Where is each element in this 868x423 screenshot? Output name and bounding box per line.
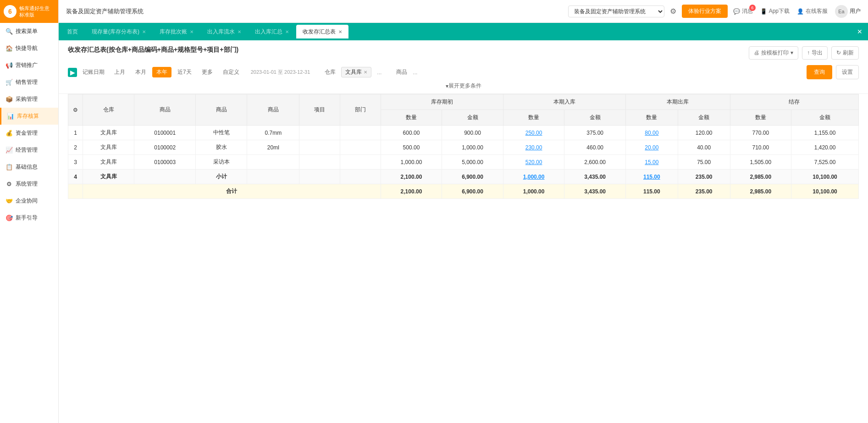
guide-icon: 🎯 [6,214,13,222]
system-select[interactable]: 装备及固定资产辅助管理系统 [568,5,664,17]
row-out-qty[interactable]: 20.00 [625,140,678,155]
row-in-qty[interactable]: 250.00 [503,126,564,140]
row-no: 2 [68,140,83,155]
tab-close-batch-ledger[interactable]: ✕ [190,29,194,34]
system-icon: ⚙ [6,181,13,188]
col-open-qty-header: 数量 [381,110,442,126]
expand-conditions-row[interactable]: ▾ 展开更多条件 [68,82,859,90]
date-btn-last-month[interactable]: 上月 [110,67,129,77]
tab-close-in-out-summary[interactable]: ✕ [285,29,289,34]
sidebar-item-search[interactable]: 🔍 搜索菜单 [0,23,58,40]
row-name: 小计 [195,170,247,184]
service-icon: 👤 [797,8,804,15]
row-open-qty: 600.00 [381,126,442,140]
filter-row-1: ▶ 记账日期 上月 本月 本年 近7天 更多 自定义 2023-01-01 至 … [68,65,859,79]
row-in-qty[interactable]: 230.00 [503,140,564,155]
tab-home[interactable]: 首页 [61,25,84,38]
sidebar-item-business[interactable]: 📈 经营管理 [0,142,58,159]
sidebar: 6 畅库通好生意 标准版 🔍 搜索菜单 🏠 快捷导航 📢 营销推广 🛒 销售管理… [0,0,59,423]
export-icon: ↑ [807,49,810,56]
sidebar-item-inventory[interactable]: 📊 库存核算 [0,108,58,125]
footer-out-amt: 235.00 [678,184,730,199]
tab-close-inventory-dist[interactable]: ✕ [142,29,146,34]
row-out-qty[interactable]: 115.00 [625,170,678,184]
print-button[interactable]: 🖨 按模板打印 ▾ [749,46,798,60]
tab-receive-send-summary[interactable]: 收发存汇总表 ✕ [296,25,348,38]
sidebar-item-marketing[interactable]: 📢 营销推广 [0,57,58,74]
query-button[interactable]: 查询 [807,65,832,79]
refresh-button[interactable]: ↻ 刷新 [831,46,859,60]
tab-in-out-summary[interactable]: 出入库汇总 ✕ [249,25,295,38]
user-menu[interactable]: Ea 用户 [835,5,861,18]
col-settings-header[interactable]: ⚙ [68,94,83,126]
row-out-amt: 235.00 [678,170,730,184]
messages-badge: 6 [749,5,756,11]
sidebar-item-system[interactable]: ⚙ 系统管理 [0,176,58,192]
logo-text: 畅库通好生意 标准版 [19,5,50,18]
sidebar-item-finance[interactable]: 💰 资金管理 [0,125,58,142]
footer-open-amt: 6,900.00 [442,184,503,199]
online-service-btn[interactable]: 👤 在线客服 [797,7,828,15]
row-in-amt: 3,435.00 [564,170,626,184]
sidebar-item-guide[interactable]: 🎯 新手引导 [0,209,58,226]
row-in-qty[interactable]: 520.00 [503,155,564,170]
settings-icon[interactable]: ⚙ [670,7,676,16]
row-name: 胶水 [195,140,247,155]
col-out-qty-header: 数量 [625,110,678,126]
finance-icon: 💰 [6,130,13,137]
tab-inventory-dist[interactable]: 现存量(库存分布表) ✕ [85,25,152,38]
trial-button[interactable]: 体验行业方案 [682,5,728,18]
sidebar-item-purchase[interactable]: 📦 采购管理 [0,91,58,108]
business-icon: 📈 [6,147,13,154]
setting-button[interactable]: 设置 [836,65,859,79]
sidebar-item-quick-nav[interactable]: 🏠 快捷导航 [0,40,58,57]
row-name: 中性笔 [195,126,247,140]
date-btn-more[interactable]: 更多 [198,67,217,77]
row-open-amt: 1,000.00 [442,140,503,155]
filter-expand-btn[interactable]: ▶ [68,68,77,77]
goods-more[interactable]: ... [413,69,417,76]
row-out-qty[interactable]: 15.00 [625,155,678,170]
warehouse-filter-label: 仓库 [325,68,336,76]
row-no: 1 [68,126,83,140]
message-icon: 💬 [733,8,740,15]
messages-btn[interactable]: 💬 消息 6 [733,7,753,15]
close-all-tabs[interactable]: ✕ [853,28,866,35]
sidebar-item-sales[interactable]: 🛒 销售管理 [0,74,58,91]
download-icon: 📱 [760,8,767,15]
tab-close-in-out-flow[interactable]: ✕ [238,29,241,34]
date-btn-this-year[interactable]: 本年 [152,67,171,77]
row-open-amt: 900.00 [442,126,503,140]
col-name-header: 商品 [195,94,247,126]
app-download-btn[interactable]: 📱 App下载 [760,7,790,15]
date-btn-this-month[interactable]: 本月 [131,67,150,77]
footer-in-amt: 3,435.00 [564,184,626,199]
row-spec [247,155,299,170]
footer-open-qty: 2,100.00 [381,184,442,199]
sales-icon: 🛒 [6,79,13,86]
col-open-amt-header: 金额 [442,110,503,126]
row-code [134,170,196,184]
sidebar-item-enterprise[interactable]: 🤝 企业协同 [0,192,58,209]
row-spec: 0.7mm [247,126,299,140]
main-container: 装备及固定资产辅助管理系统 装备及固定资产辅助管理系统 ⚙ 体验行业方案 💬 消… [59,0,868,423]
col-out-amt-header: 金额 [678,110,730,126]
topbar: 装备及固定资产辅助管理系统 装备及固定资产辅助管理系统 ⚙ 体验行业方案 💬 消… [59,0,868,23]
tab-batch-ledger[interactable]: 库存批次账 ✕ [153,25,200,38]
warehouse-tag-close[interactable]: ✕ [364,70,367,75]
table-row: 4文具库小计2,100.006,900.001,000.003,435.0011… [68,170,859,184]
col-code-header: 商品 [134,94,196,126]
tab-in-out-flow[interactable]: 出入库流水 ✕ [201,25,248,38]
row-spec: 20ml [247,140,299,155]
sidebar-item-basic-info[interactable]: 📋 基础信息 [0,159,58,176]
row-out-qty[interactable]: 80.00 [625,126,678,140]
date-btn-7days[interactable]: 近7天 [173,67,196,77]
home-icon: 🏠 [6,45,13,52]
export-button[interactable]: ↑ 导出 [802,46,828,60]
date-btn-custom[interactable]: 自定义 [219,67,243,77]
tab-close-receive-send-summary[interactable]: ✕ [338,29,342,34]
col-in-amt-header: 金额 [564,110,626,126]
row-code: 0100002 [134,140,196,155]
row-in-qty[interactable]: 1,000.00 [503,170,564,184]
warehouse-more[interactable]: ... [377,69,381,76]
